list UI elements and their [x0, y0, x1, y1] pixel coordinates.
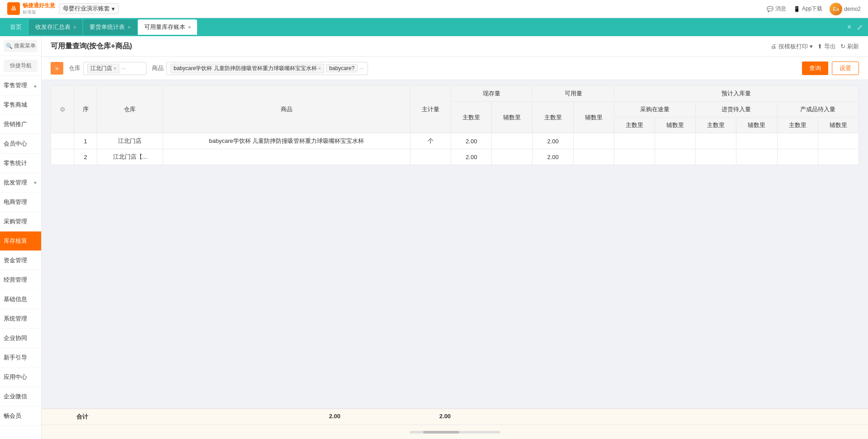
industry-selector[interactable]: 母婴行业演示账套 ▾ [59, 3, 119, 14]
footer-total-purchase-sub [583, 413, 638, 421]
sidebar-quick-nav-btn[interactable]: 快捷导航 [4, 60, 38, 72]
product-tag-1: babycare学饮杯 儿童防摔防撞吸管杯重力球吸嘴杯宝宝水杯 × [170, 64, 324, 73]
sidebar-item-marketing[interactable]: 营销推广 [0, 115, 41, 134]
th-mfg-main: 主数里 [777, 118, 818, 133]
content-area: 可用量查询(按仓库+商品) 🖨 按模板打印 ▾ ⬆ 导出 ↻ 刷新 [42, 36, 868, 439]
sidebar-item-operations[interactable]: 经营管理 [0, 270, 41, 290]
query-btn[interactable]: 查询 [802, 61, 828, 75]
tab-order-stats-close[interactable]: × [127, 24, 130, 30]
cell-warehouse: 江北门店【... [97, 149, 163, 165]
th-subgroup-incoming: 进货待入量 [696, 102, 777, 118]
page-title: 可用量查询(按仓库+商品) [51, 42, 132, 51]
app-download-label: App下载 [802, 5, 822, 13]
sidebar-item-retail-stats[interactable]: 零售统计 [0, 154, 41, 173]
product-input[interactable]: babycare学饮杯 儿童防摔防撞吸管杯重力球吸嘴杯宝宝水杯 × babyca… [166, 62, 368, 75]
product-tag-2-text: babycare? [329, 65, 354, 71]
refresh-icon: ↻ [840, 43, 845, 50]
sidebar-item-basic-info[interactable]: 基础信息 [0, 290, 41, 309]
sidebar-item-enterprise-collab[interactable]: 企业协同 [0, 329, 41, 348]
th-settings[interactable]: ⚙ [51, 86, 74, 133]
footer-total-mfg-main [749, 413, 804, 421]
th-group-stock: 现存量 [451, 86, 533, 102]
product-label: 商品 [152, 64, 164, 72]
tab-receipts-label: 收发存汇总表 [35, 23, 71, 31]
cell-available-sub [573, 149, 614, 165]
warehouse-more[interactable]: ··· [121, 65, 126, 71]
th-group-incoming: 预计入库量 [614, 86, 859, 102]
app-download-btn[interactable]: 📱 App下载 [793, 5, 822, 13]
sidebar-item-label: 电商管理 [4, 198, 27, 206]
sidebar-item-new-guide[interactable]: 新手引导 [0, 348, 41, 368]
sidebar-item-retail-mgmt[interactable]: 零售管理 ▲ [0, 76, 41, 95]
cell-available-sub [573, 133, 614, 149]
footer-total-incoming-sub [693, 413, 749, 421]
brand-icon: 品 [7, 2, 20, 15]
th-available-main: 主数里 [533, 102, 573, 133]
cell-stock-main: 2.00 [451, 149, 492, 165]
sidebar-item-enterprise-wechat[interactable]: 企业微信 [0, 387, 41, 406]
th-stock-sub: 辅数里 [492, 102, 533, 133]
bottom-scrollbar[interactable] [42, 425, 868, 439]
user-name: demo2 [844, 6, 861, 12]
warehouse-input[interactable]: 江北门店 × ··· [83, 62, 146, 75]
tab-available-stock-close[interactable]: × [188, 24, 191, 30]
sidebar-item-wholesale-mgmt[interactable]: 批发管理 ▼ [0, 173, 41, 193]
sidebar-item-sys-mgmt[interactable]: 系统管理 [0, 309, 41, 329]
cell-mfg-main [777, 149, 818, 165]
sidebar-item-retail-mall[interactable]: 零售商城 [0, 95, 41, 115]
sidebar-item-purchase-mgmt[interactable]: 采购管理 [0, 212, 41, 231]
sidebar-item-label: 新手引导 [4, 354, 27, 362]
export-btn[interactable]: ⬆ 导出 [817, 42, 836, 51]
settings-icon[interactable]: ⚙ [60, 106, 66, 113]
sidebar-item-label: 资金管理 [4, 256, 27, 264]
user-profile[interactable]: Ea demo2 [830, 3, 861, 15]
sidebar-item-label: 基础信息 [4, 295, 27, 303]
cell-purchase-sub [655, 133, 696, 149]
cell-stock-sub [492, 133, 533, 149]
cell-available-main: 2.00 [533, 149, 573, 165]
sidebar-item-label: 批发管理 [4, 179, 27, 187]
search-label: 搜索菜单 [14, 42, 36, 50]
refresh-btn[interactable]: ↻ 刷新 [840, 42, 859, 51]
nav-close-btn[interactable]: × [845, 22, 853, 33]
cell-mfg-main [777, 133, 818, 149]
chevron-down-icon: ▲ [33, 83, 38, 88]
table-footer: 合计 2.00 2.00 [42, 408, 868, 425]
tab-available-stock[interactable]: 可用量库存账本 × [138, 19, 197, 35]
th-mfg-sub: 辅数里 [818, 118, 859, 133]
th-incoming-sub: 辅数里 [736, 118, 777, 133]
cell-product [163, 149, 410, 165]
sidebar-item-ecommerce[interactable]: 电商管理 [0, 193, 41, 212]
footer-label: 合计 [51, 413, 114, 421]
data-table: ⚙ 序 仓库 商品 主计量 现存量 可用量 预计入库量 主数里 辅数里 主数里 [51, 85, 859, 165]
sidebar-item-label: 畅会员 [4, 412, 21, 420]
sidebar-item-finance[interactable]: 资金管理 [0, 251, 41, 270]
message-icon: 💬 [767, 6, 774, 12]
warehouse-tag-close[interactable]: × [113, 66, 116, 71]
cell-checkbox [51, 149, 74, 165]
cell-mfg-sub [818, 149, 859, 165]
refresh-label: 刷新 [847, 42, 859, 51]
template-print-label: 按模板打印 [778, 42, 808, 51]
tab-order-stats[interactable]: 要货单统计表 × [83, 19, 137, 35]
product-more[interactable]: ··· [359, 65, 364, 71]
sidebar-search-btn[interactable]: 🔍 搜索菜单 [4, 40, 38, 52]
tab-home[interactable]: 首页 [4, 19, 28, 35]
filter-expand-btn[interactable]: » [51, 62, 63, 75]
sidebar-item-label: 企业微信 [4, 392, 27, 401]
cell-available-main: 2.00 [533, 133, 573, 149]
sidebar-item-app-center[interactable]: 应用中心 [0, 368, 41, 387]
top-bar-left: 品 畅捷通好生意 标准版 母婴行业演示账套 ▾ [7, 2, 119, 15]
sidebar-item-vip-member[interactable]: 畅会员 [0, 406, 41, 426]
product-tag-1-close[interactable]: × [318, 66, 321, 71]
app-icon: 📱 [793, 6, 800, 12]
footer-total-incoming-main [638, 413, 693, 421]
tab-receipts[interactable]: 收发存汇总表 × [29, 19, 82, 35]
message-btn[interactable]: 💬 消息 [767, 5, 786, 13]
sidebar-item-inventory[interactable]: 库存核算 [0, 231, 41, 251]
nav-restore-btn[interactable]: ⤢ [855, 22, 864, 33]
tab-receipts-close[interactable]: × [73, 24, 76, 30]
sidebar-item-member-center[interactable]: 会员中心 [0, 134, 41, 154]
settings-btn[interactable]: 设置 [832, 61, 859, 75]
template-print-btn[interactable]: 🖨 按模板打印 ▾ [771, 42, 813, 51]
